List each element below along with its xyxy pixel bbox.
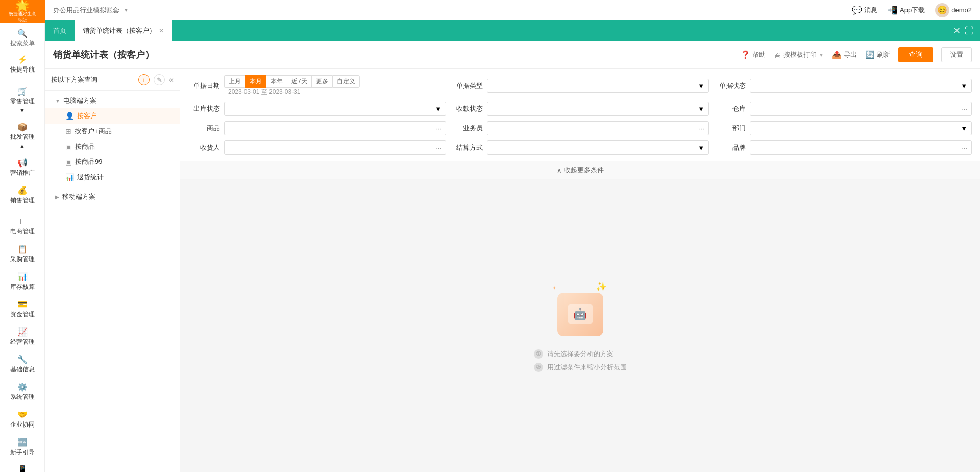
date-custom-btn[interactable]: 自定义 — [332, 75, 360, 88]
tab-minimize-icon[interactable]: ✕ — [953, 25, 961, 36]
order-type-select[interactable]: ▼ — [487, 79, 709, 93]
sidebar-item-finance[interactable]: 💳 资金管理 — [0, 295, 44, 323]
settings-button[interactable]: 设置 — [941, 47, 972, 62]
retail-icon: 🛒 — [17, 86, 28, 96]
tab-sales-stats[interactable]: 销货单统计表（按客户） ✕ — [75, 20, 172, 41]
out-status-select[interactable]: ▼ — [224, 102, 446, 116]
sales-label: 销售管理 — [10, 196, 35, 205]
sidebar-item-marketing[interactable]: 📢 营销推广 — [0, 154, 44, 181]
order-type-chevron: ▼ — [698, 82, 704, 90]
logo-subtitle: 标版 — [18, 17, 27, 23]
tab-close-icon[interactable]: ✕ — [159, 27, 164, 34]
date-filter-control: 上月 本月 本年 近7天 更多 自定义 2023-03-01 至 2023-03… — [224, 75, 446, 97]
user-avatar: 😊 — [935, 3, 949, 17]
order-status-select[interactable]: ▼ — [750, 79, 972, 93]
sidebar-item-sales[interactable]: 💰 销售管理 — [0, 181, 44, 209]
export-btn[interactable]: 📤 导出 — [832, 50, 857, 59]
edit-scheme-btn[interactable]: ✎ — [154, 74, 165, 85]
staff-input[interactable]: ··· — [487, 121, 709, 135]
warehouse-input[interactable]: ··· — [750, 102, 972, 116]
sidebar-item-inventory[interactable]: 📊 库存核算 — [0, 268, 44, 295]
wholesale-icon: 📦 — [17, 122, 28, 132]
sidebar-item-system[interactable]: ⚙️ 系统管理 — [0, 378, 44, 406]
tree-child-refund-stats[interactable]: 📊 退货统计 — [45, 170, 180, 185]
filter-cell-goods: 商品 ··· — [188, 121, 446, 135]
tab-sales-stats-label: 销货单统计表（按客户） — [83, 26, 156, 35]
tab-home[interactable]: 首页 — [45, 20, 75, 41]
sidebar-item-quick-nav[interactable]: ⚡ 快捷导航 — [0, 51, 44, 78]
print-btn[interactable]: 🖨 按模板打印 ▼ — [774, 50, 824, 59]
tree-section-desktop: ▼ 电脑端方案 👤 按客户 ⊞ 按客户+商品 ▣ 按商品 — [45, 91, 180, 187]
department-select[interactable]: ▼ — [750, 121, 972, 135]
collapse-more-btn[interactable]: ∧ 收起更多条件 — [551, 164, 610, 176]
page-content: 销货单统计表（按客户） ❓ 帮助 🖨 按模板打印 ▼ 📤 导出 🔄 刷新 — [45, 41, 980, 472]
message-btn[interactable]: 💬 消息 — [852, 5, 877, 15]
tree-mobile-label: 移动端方案 — [62, 192, 95, 201]
tree-child-by-customer-goods[interactable]: ⊞ 按客户+商品 — [45, 124, 180, 139]
sidebar-item-corp[interactable]: 🤝 企业协同 — [0, 406, 44, 433]
receiver-input[interactable]: ··· — [224, 140, 446, 155]
newbie-label: 新手引导 — [10, 448, 35, 457]
sidebar-item-ecommerce[interactable]: 🖥 电商管理 — [0, 213, 44, 240]
goods-control: ··· — [224, 121, 446, 135]
collapse-panel-btn[interactable]: « — [169, 75, 174, 84]
help-btn[interactable]: ❓ 帮助 — [741, 50, 766, 59]
settlement-select[interactable]: ▼ — [487, 140, 709, 155]
header-right-actions: 💬 消息 📲 App下载 😊 demo2 — [852, 3, 972, 17]
goods-input[interactable]: ··· — [224, 121, 446, 135]
date-last-month-btn[interactable]: 上月 — [224, 75, 245, 88]
date-more-btn[interactable]: 更多 — [311, 75, 332, 88]
brand-input[interactable]: ··· — [750, 140, 972, 155]
sidebar-item-newbie[interactable]: 🆕 新手引导 — [0, 433, 44, 461]
refund-stats-label: 退货统计 — [77, 173, 104, 182]
sidebar-item-basic[interactable]: 🔧 基础信息 — [0, 350, 44, 378]
date-this-month-btn[interactable]: 本月 — [245, 75, 266, 88]
refresh-btn[interactable]: 🔄 刷新 — [865, 50, 890, 59]
right-panel: 单据日期 上月 本月 本年 近7天 更多 自定义 20 — [180, 69, 980, 472]
staff-control: ··· — [487, 121, 709, 135]
date-last-7-btn[interactable]: 近7天 — [287, 75, 311, 88]
settlement-chevron: ▼ — [698, 144, 704, 152]
filter-cell-out-status: 出库状态 ▼ — [188, 102, 446, 116]
settlement-control: ▼ — [487, 140, 709, 155]
tab-expand-icon[interactable]: ⛶ — [965, 26, 974, 36]
marketing-label: 营销推广 — [10, 169, 35, 177]
add-scheme-btn[interactable]: + — [138, 74, 150, 85]
filter-cell-brand: 品牌 ··· — [714, 140, 972, 155]
tree-parent-desktop[interactable]: ▼ 电脑端方案 — [45, 93, 180, 108]
sidebar-item-operation[interactable]: 📈 经营管理 — [0, 323, 44, 350]
ecommerce-icon: 🖥 — [18, 217, 27, 226]
breadcrumb-dropdown-icon[interactable]: ▼ — [124, 7, 129, 13]
system-label: 系统管理 — [10, 393, 35, 402]
sidebar-logo: 🌟 畅捷通好生意 标版 — [0, 0, 45, 23]
filter-cell-staff: 业务员 ··· — [451, 121, 709, 135]
print-label: 按模板打印 — [783, 50, 817, 59]
marketing-icon: 📢 — [17, 158, 28, 168]
tree-parent-mobile[interactable]: ▶ 移动端方案 — [45, 189, 180, 204]
sidebar-item-purchase[interactable]: 📋 采购管理 — [0, 240, 44, 268]
filter-cell-warehouse: 仓库 ··· — [714, 102, 972, 116]
user-profile-btn[interactable]: 😊 demo2 — [935, 3, 972, 17]
tree-child-by-goods-99[interactable]: ▣ 按商品99 — [45, 154, 180, 170]
brand-dots: ··· — [962, 144, 967, 152]
sidebar-item-wholesale[interactable]: 📦 批发管理 ▲ — [0, 118, 44, 154]
sidebar-item-retail[interactable]: 🛒 零售管理 ▼ — [0, 82, 44, 118]
inventory-icon: 📊 — [17, 272, 28, 281]
tree-child-by-goods[interactable]: ▣ 按商品 — [45, 139, 180, 154]
sidebar-search-item[interactable]: 🔍 搜索菜单 — [0, 23, 44, 51]
page-header-actions: ❓ 帮助 🖨 按模板打印 ▼ 📤 导出 🔄 刷新 查询 设置 — [741, 47, 972, 68]
panel-title: 按以下方案查询 — [51, 75, 134, 84]
purchase-icon: 📋 — [17, 244, 28, 254]
sidebar-item-appcenter[interactable]: 📱 应用中心 — [0, 461, 44, 472]
top-header: 办公用品行业模拟账套 ▼ 💬 消息 📲 App下载 😊 demo2 — [45, 0, 980, 20]
corp-icon: 🤝 — [17, 410, 28, 419]
inventory-label: 库存核算 — [10, 282, 35, 291]
date-this-year-btn[interactable]: 本年 — [266, 75, 287, 88]
payment-status-select[interactable]: ▼ — [487, 102, 709, 116]
query-button[interactable]: 查询 — [898, 47, 933, 62]
department-label: 部门 — [714, 124, 750, 133]
tree-child-by-customer[interactable]: 👤 按客户 — [45, 108, 180, 124]
by-goods-label: 按商品 — [75, 142, 95, 151]
app-download-btn[interactable]: 📲 App下载 — [888, 5, 925, 15]
operation-label: 经营管理 — [10, 338, 35, 346]
